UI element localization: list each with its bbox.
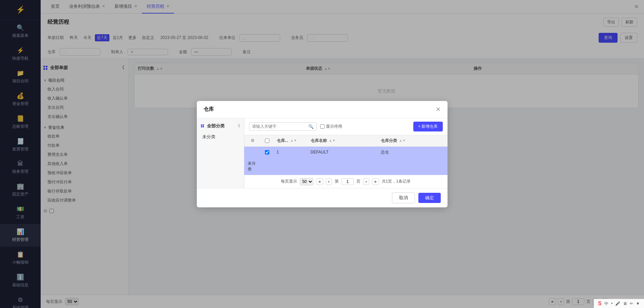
- show-disabled-checkbox[interactable]: [320, 124, 325, 129]
- modal-last-btn[interactable]: »: [372, 178, 379, 185]
- modal-body: 全部分类 《 未分类 🔍 显示停用 + 新增仓库: [197, 118, 448, 188]
- modal-close-button[interactable]: ✕: [436, 106, 441, 113]
- row-checkbox[interactable]: [265, 150, 269, 155]
- row-category-cell: 未分类: [244, 158, 261, 175]
- confirm-button[interactable]: 确定: [418, 193, 441, 203]
- col-category-label: 仓库分类: [381, 138, 397, 144]
- modal-right-panel: 🔍 显示停用 + 新增仓库 ⚙: [244, 118, 448, 188]
- col-name: 仓库名称 ▲▼: [307, 135, 377, 146]
- row-code: DEFAULT: [311, 150, 329, 155]
- modal-page-input[interactable]: [341, 178, 354, 185]
- select-all-checkbox[interactable]: [265, 139, 269, 143]
- taskbar-zh[interactable]: 中: [604, 301, 608, 307]
- col-code: 仓库... ▲▼: [273, 135, 307, 146]
- modal-search-input[interactable]: [252, 124, 308, 129]
- modal-overlay: 仓库 ✕ 全部分类 《 未分类: [0, 0, 644, 308]
- modal-per-page-select[interactable]: 50: [300, 178, 313, 185]
- col-name-label: 仓库名称: [311, 138, 327, 144]
- table-row[interactable]: 1 DEFAULT 总仓 未分类: [244, 147, 448, 175]
- taskbar-dot: •: [611, 301, 612, 306]
- modal-title: 仓库: [204, 106, 214, 112]
- modal-total-text: 共1页，1条记录: [382, 179, 411, 184]
- modal-left-all-label: 全部分类: [207, 123, 225, 129]
- taskbar-s: S: [598, 301, 602, 307]
- row-name-cell: 总仓: [377, 147, 448, 158]
- gear-icon: ⚙: [251, 138, 254, 143]
- show-disabled-option: 显示停用: [320, 124, 342, 129]
- modal-first-btn[interactable]: «: [316, 178, 323, 185]
- col-category: 仓库分类 ▲▼: [377, 135, 448, 146]
- warehouse-modal: 仓库 ✕ 全部分类 《 未分类: [197, 101, 448, 207]
- modal-next-btn[interactable]: ›: [363, 178, 369, 185]
- row-id: 1: [277, 150, 279, 155]
- taskbar-mic[interactable]: 🎤: [615, 301, 620, 306]
- sort-category-icon[interactable]: ▲▼: [399, 139, 406, 142]
- row-checkbox-cell: [261, 147, 273, 158]
- add-warehouse-button[interactable]: + 新增仓库: [413, 122, 442, 131]
- show-disabled-label: 显示停用: [326, 124, 342, 129]
- row-name: 总仓: [381, 149, 389, 155]
- modal-pagination: 每页显示 50 « ‹ 第 页 › » 共1页，1条记录: [244, 175, 448, 188]
- row-code-cell: DEFAULT: [307, 147, 377, 158]
- taskbar-edit[interactable]: ✏: [630, 301, 633, 306]
- cancel-button[interactable]: 取消: [392, 192, 415, 203]
- col-checkbox: [261, 135, 273, 146]
- search-icon: 🔍: [308, 124, 314, 129]
- modal-table: ⚙ 仓库... ▲▼ 仓库名称 ▲▼: [244, 135, 448, 175]
- sort-name-icon[interactable]: ▲▼: [329, 139, 336, 142]
- col-gear[interactable]: ⚙: [244, 135, 261, 146]
- grid-icon: [201, 124, 205, 127]
- taskbar-more[interactable]: ▼: [636, 301, 640, 306]
- modal-prev-btn[interactable]: ‹: [326, 178, 332, 185]
- modal-header: 仓库 ✕: [197, 101, 448, 118]
- modal-left-unclassified[interactable]: 未分类: [197, 131, 244, 143]
- modal-left-panel: 全部分类 《 未分类: [197, 118, 244, 188]
- modal-collapse-icon[interactable]: 《: [236, 123, 240, 128]
- row-id-cell: 1: [273, 147, 307, 158]
- modal-search-box: 🔍: [249, 122, 317, 131]
- modal-page-label: 第: [335, 179, 339, 184]
- modal-toolbar: 🔍 显示停用 + 新增仓库: [244, 118, 448, 135]
- taskbar: S 中 • 🎤 🖥 ✏ ▼: [594, 299, 644, 308]
- modal-per-page-label: 每页显示: [281, 179, 297, 184]
- taskbar-screen[interactable]: 🖥: [623, 301, 627, 306]
- row-gear-cell: [244, 147, 261, 158]
- modal-footer: 取消 确定: [197, 188, 448, 207]
- sort-code-icon[interactable]: ▲▼: [290, 139, 297, 142]
- modal-left-header: 全部分类 《: [197, 121, 244, 131]
- modal-page-suffix: 页: [356, 179, 360, 184]
- col-code-label: 仓库...: [277, 138, 288, 144]
- modal-table-header: ⚙ 仓库... ▲▼ 仓库名称 ▲▼: [244, 135, 448, 147]
